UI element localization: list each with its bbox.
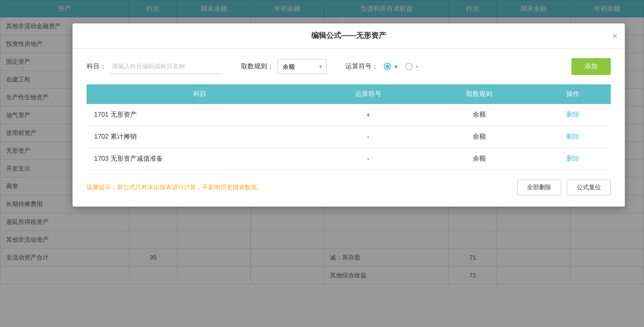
operator-cell: -: [313, 148, 424, 170]
delete-link[interactable]: 删除: [566, 133, 579, 140]
action-cell: 删除: [535, 104, 611, 126]
modal-header: 编辑公式——无形资产 ×: [73, 23, 625, 49]
rule-select[interactable]: 余额借方发生额贷方发生额借方累计贷方累计: [278, 59, 327, 74]
radio-plus[interactable]: +: [384, 63, 398, 70]
subject-input[interactable]: [110, 59, 222, 74]
radio-group: + -: [384, 63, 418, 70]
radio-minus-label: -: [416, 63, 418, 70]
delete-link[interactable]: 删除: [566, 111, 579, 118]
table-row: 1703 无形资产减值准备-余额删除: [87, 148, 611, 170]
col-operator-header: 运算符号: [313, 84, 424, 104]
radio-plus-circle: [384, 63, 391, 70]
modal-footer: 温馨提示：新公式只对未出报表进行计算，不影响历史报表数据。 全部删除 公式复位: [73, 170, 625, 195]
table-header-row: 科目 运算符号 取数规则 操作: [87, 84, 611, 104]
subject-cell: 1703 无形资产减值准备: [87, 148, 313, 170]
action-cell: 删除: [535, 126, 611, 148]
tip-text: 温馨提示：新公式只对未出报表进行计算，不影响历史报表数据。: [87, 183, 263, 192]
operator-cell: -: [313, 126, 424, 148]
operator-section: 运算符号： + -: [345, 62, 418, 71]
subject-cell: 1701 无形资产: [87, 104, 313, 126]
radio-plus-label: +: [394, 63, 398, 70]
col-subject-header: 科目: [87, 84, 313, 104]
rule-label: 取数规则：: [241, 62, 274, 71]
edit-formula-modal: 编辑公式——无形资产 × 科目： 取数规则： 余额借方发生额贷方发生额借方累计贷…: [73, 23, 625, 207]
add-button[interactable]: 添加: [571, 58, 611, 75]
radio-minus[interactable]: -: [405, 63, 418, 70]
action-cell: 删除: [535, 148, 611, 170]
operator-label: 运算符号：: [345, 62, 378, 71]
radio-minus-circle: [405, 63, 413, 70]
modal-close-button[interactable]: ×: [612, 32, 617, 40]
delete-link[interactable]: 删除: [566, 155, 579, 162]
col-rule-header: 取数规则: [424, 84, 535, 104]
operator-cell: +: [313, 104, 424, 126]
modal-title: 编辑公式——无形资产: [311, 31, 386, 41]
rule-cell: 余额: [424, 148, 535, 170]
table-row: 1701 无形资产+余额删除: [87, 104, 611, 126]
rule-select-wrapper: 余额借方发生额贷方发生额借方累计贷方累计 ▼: [278, 59, 327, 74]
formula-table-wrapper: 科目 运算符号 取数规则 操作 1701 无形资产+余额删除1702 累计摊销-…: [73, 84, 625, 170]
formula-form: 科目： 取数规则： 余额借方发生额贷方发生额借方累计贷方累计 ▼ 运算符号： +…: [73, 49, 625, 84]
table-row: 1702 累计摊销-余额删除: [87, 126, 611, 148]
reset-button[interactable]: 公式复位: [567, 179, 611, 195]
footer-buttons: 全部删除 公式复位: [517, 179, 611, 195]
delete-all-button[interactable]: 全部删除: [517, 179, 561, 195]
formula-table: 科目 运算符号 取数规则 操作 1701 无形资产+余额删除1702 累计摊销-…: [87, 84, 611, 170]
subject-label: 科目：: [87, 62, 106, 71]
rule-cell: 余额: [424, 126, 535, 148]
subject-cell: 1702 累计摊销: [87, 126, 313, 148]
rule-section: 取数规则： 余额借方发生额贷方发生额借方累计贷方累计 ▼: [241, 59, 327, 74]
col-action-header: 操作: [535, 84, 611, 104]
rule-cell: 余额: [424, 104, 535, 126]
